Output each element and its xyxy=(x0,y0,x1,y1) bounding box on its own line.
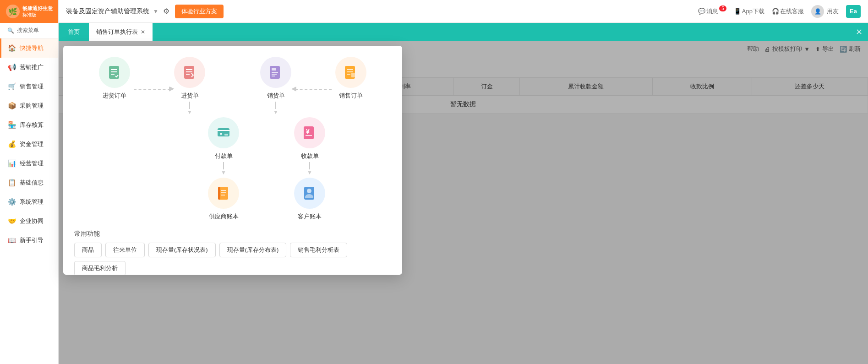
message-icon: 💬 xyxy=(698,8,705,15)
sidebar-item-enterprise[interactable]: 🤝 企业协同 xyxy=(0,212,58,231)
payment-bill-label: 付款单 xyxy=(215,152,233,160)
sales-bill-node[interactable]: 销货单 xyxy=(260,57,291,100)
purchase-order-icon xyxy=(106,64,123,81)
receipt-bill-node[interactable]: ¥ 收款单 xyxy=(294,117,325,160)
func-btn-product-gross[interactable]: 商品毛利分析 xyxy=(74,261,126,275)
func-btn-sales-gross[interactable]: 销售毛利分析表 xyxy=(290,243,347,257)
online-service-label: 在线客服 xyxy=(780,7,804,16)
arrow-down-sales: ▼ xyxy=(260,102,291,115)
supplier-ledger-label: 供应商账本 xyxy=(209,212,239,221)
tab-close-icon[interactable]: ✕ xyxy=(141,29,145,35)
purchase-bill-node[interactable]: 进货单 xyxy=(174,57,205,100)
purchase-order-node[interactable]: 进货订单 xyxy=(99,57,130,100)
sidebar-item-sales[interactable]: 🛒 销售管理 xyxy=(0,77,58,96)
svg-rect-17 xyxy=(351,73,355,77)
sidebar-item-newbie[interactable]: 📖 新手引导 xyxy=(0,231,58,250)
func-btn-stock-dist[interactable]: 现存量(库存分布表) xyxy=(219,243,287,257)
payment-bill-icon: ¥ xyxy=(215,125,232,141)
tab-window-close-btn[interactable]: ✕ xyxy=(856,27,863,37)
tab-sales-order-label: 销售订单执行表 xyxy=(96,28,138,36)
tabbar: 首页 销售订单执行表 ✕ ✕ xyxy=(59,23,868,41)
svg-rect-9 xyxy=(272,68,276,71)
tab-sales-order[interactable]: 销售订单执行表 ✕ xyxy=(89,23,153,41)
dropdown-icon[interactable]: ▼ xyxy=(153,8,158,15)
sidebar-logo: 🌿 畅康通好生意 标准版 xyxy=(0,0,58,23)
func-btn-partner[interactable]: 往来单位 xyxy=(105,243,145,257)
arrow-down-payment: ▼ xyxy=(208,162,239,176)
tab-home[interactable]: 首页 xyxy=(59,23,89,41)
svg-rect-21 xyxy=(224,134,228,136)
marketing-icon: 📢 xyxy=(8,63,16,71)
spacer-arrow2 xyxy=(291,102,328,115)
sales-order-circle xyxy=(335,57,366,88)
experience-btn[interactable]: 体验行业方案 xyxy=(175,5,224,18)
receipt-bill-circle: ¥ xyxy=(294,117,325,148)
customer-ledger-label: 客户账本 xyxy=(298,212,322,221)
spacer-purchase-order xyxy=(106,102,137,115)
header-actions: 💬 消息 5 📱 App下载 🎧 在线客服 👤 用友 Ea xyxy=(698,5,861,18)
payment-bill-node[interactable]: ¥ 付款单 xyxy=(208,117,239,160)
sidebar-item-basic-info[interactable]: 📋 基础信息 xyxy=(0,173,58,192)
sidebar-search[interactable]: 🔍 搜索菜单 xyxy=(0,23,58,38)
sidebar: 🌿 畅康通好生意 标准版 🔍 搜索菜单 🏠 快捷导航 📢 营销推广 🛒 销售管理… xyxy=(0,0,59,364)
svg-text:¥: ¥ xyxy=(306,128,310,135)
sidebar-item-label: 采购管理 xyxy=(20,102,44,110)
spacer2 xyxy=(205,102,260,115)
logo-icon: 🌿 xyxy=(6,5,20,18)
quick-nav-icon: 🏠 xyxy=(8,44,16,52)
sidebar-item-operations[interactable]: 📊 经营管理 xyxy=(0,154,58,173)
func-btn-product[interactable]: 商品 xyxy=(74,243,102,257)
receipt-bill-icon: ¥ xyxy=(301,125,318,141)
sidebar-item-label: 资金管理 xyxy=(20,140,44,148)
common-functions-title: 常用功能 xyxy=(74,230,391,238)
search-icon: 🔍 xyxy=(7,27,14,34)
sidebar-item-system[interactable]: ⚙️ 系统管理 xyxy=(0,192,58,212)
func-btn-stock-status[interactable]: 现存量(库存状况表) xyxy=(148,243,216,257)
receipt-bill-label: 收款单 xyxy=(301,152,319,160)
purchase-order-col: 进货订单 xyxy=(99,57,130,100)
system-icon: ⚙️ xyxy=(8,198,16,206)
svg-rect-26 xyxy=(218,187,220,200)
sp1 xyxy=(140,162,171,176)
app-download-action[interactable]: 📱 App下载 xyxy=(734,7,764,16)
sidebar-item-label: 经营管理 xyxy=(20,159,44,168)
user-name: 用友 xyxy=(827,7,839,16)
svg-point-31 xyxy=(307,189,311,193)
spacer-sales-order xyxy=(328,102,359,115)
customer-ledger-node[interactable]: 客户账本 xyxy=(294,178,325,221)
user-menu[interactable]: 👤 用友 xyxy=(811,5,839,18)
workflow-container: 进货订单 ▶ xyxy=(74,57,391,223)
purchase-bill-label: 进货单 xyxy=(181,92,199,100)
config-icon[interactable]: ⚙ xyxy=(163,7,169,16)
supplier-ledger-node[interactable]: 供应商账本 xyxy=(208,178,239,221)
customer-ledger-circle xyxy=(294,178,325,209)
message-action[interactable]: 💬 消息 5 xyxy=(698,7,726,16)
sidebar-item-finance[interactable]: 💰 资金管理 xyxy=(0,135,58,154)
sales-order-icon xyxy=(343,64,359,81)
purchase-order-circle xyxy=(99,57,130,88)
function-buttons-row1: 商品 往来单位 现存量(库存状况表) 现存量(库存分布表) 销售毛利分析表 商品… xyxy=(74,243,391,275)
sp3 xyxy=(239,162,294,176)
sidebar-item-label: 营销推广 xyxy=(20,63,44,71)
arrow-purchase-to-bill: ▶ xyxy=(134,89,170,100)
avatar: 👤 xyxy=(811,5,824,18)
purchase-order-label: 进货订单 xyxy=(103,92,126,100)
svg-text:¥: ¥ xyxy=(220,132,222,136)
sidebar-item-label: 库存核算 xyxy=(20,121,44,129)
tab-home-label: 首页 xyxy=(68,28,80,36)
sales-order-node[interactable]: 销售订单 xyxy=(335,57,366,100)
sidebar-item-inventory[interactable]: 🏪 库存核算 xyxy=(0,115,58,135)
basic-info-icon: 📋 xyxy=(8,179,16,187)
sidebar-item-purchase[interactable]: 📦 采购管理 xyxy=(0,96,58,115)
online-service-action[interactable]: 🎧 在线客服 xyxy=(772,7,804,16)
purchase-bill-col: 进货单 xyxy=(174,57,205,100)
search-label: 搜索菜单 xyxy=(17,27,39,34)
message-label: 消息 xyxy=(706,7,718,16)
sidebar-item-quick-nav[interactable]: 🏠 快捷导航 xyxy=(0,38,58,58)
sales-bill-icon xyxy=(267,64,284,81)
modal-overlay: 进货订单 ▶ xyxy=(59,41,868,364)
purchase-bill-circle xyxy=(174,57,205,88)
inventory-icon: 🏪 xyxy=(8,121,16,129)
arrow-salesorder-to-bill: ◀ xyxy=(295,89,332,100)
sidebar-item-marketing[interactable]: 📢 营销推广 xyxy=(0,58,58,77)
